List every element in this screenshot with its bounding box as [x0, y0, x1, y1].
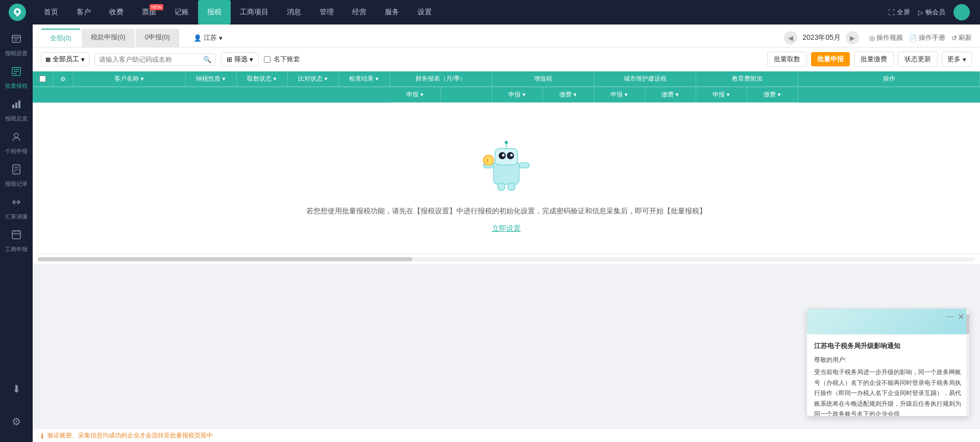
sidebar-item-tax-overview[interactable]: 报税总览 [0, 94, 33, 127]
filter-row: ▦ 全部员工 ▾ 🔍 ⊞ 筛选 ▾ 名下账套 批量取数 批量申报 批量缴费 状态… [33, 47, 980, 71]
more-button[interactable]: 更多 ▾ [942, 52, 972, 67]
search-icon[interactable]: 🔍 [203, 56, 211, 63]
nav-service[interactable]: 服务 [376, 0, 408, 24]
svg-rect-17 [12, 231, 20, 239]
nav-message[interactable]: 消息 [278, 0, 310, 24]
nav-tax[interactable]: 报税 [198, 0, 231, 24]
nav-right-items: ⛶ 全屏 ▷ 畅会员 [888, 4, 970, 20]
th-spacer2 [53, 87, 74, 103]
nav-operation[interactable]: 经营 [343, 0, 376, 24]
action-video[interactable]: ◎ 操作视频 [869, 33, 903, 42]
sidebar-config[interactable]: ⚙ [0, 405, 33, 438]
filter-icon[interactable]: ▼ [522, 92, 527, 97]
new-badge: NEW [150, 4, 163, 10]
tax-overview-icon [11, 99, 22, 113]
filter-icon[interactable]: ▼ [777, 92, 782, 97]
bottom-info-bar: ℹ 验证账密、采集信息均成功的企业才会流转至批量报税页面中 [33, 429, 980, 442]
notice-scrollbar[interactable] [966, 309, 969, 416]
th-edu-declare: 申报▼ [696, 87, 747, 103]
member-icon: ▷ [918, 9, 923, 16]
nav-manage[interactable]: 管理 [310, 0, 343, 24]
sidebar-item-tax-settings[interactable]: 报税设置 [0, 29, 33, 61]
nav-fee[interactable]: 收费 [100, 0, 133, 24]
employee-select[interactable]: ▦ 全部员工 ▾ [41, 52, 89, 66]
nav-settings[interactable]: 设置 [408, 0, 441, 24]
th-vat: 增值税 [492, 71, 594, 87]
employee-arrow-icon: ▾ [81, 56, 85, 63]
th-city-construction-tax: 城市维护建设税 [594, 71, 696, 87]
accountset-checkbox-label[interactable]: 名下账套 [264, 55, 300, 64]
nav-invoice[interactable]: 票据 NEW [133, 0, 165, 24]
sidebar-item-batch-tax[interactable]: 批量报税 [0, 61, 33, 94]
filter-icon[interactable]: ▼ [222, 76, 227, 82]
search-input[interactable] [99, 56, 201, 63]
date-prev-button[interactable]: ◀ [784, 31, 797, 44]
th-spacer6 [288, 87, 339, 103]
th-spacer4 [186, 87, 237, 103]
select-all-checkbox[interactable] [39, 76, 46, 82]
tab-zero-declaration[interactable]: 0申报(0) [136, 29, 179, 47]
filter-icon[interactable]: ▼ [273, 76, 278, 82]
reconciliation-icon [11, 197, 22, 211]
notice-minimize-button[interactable]: — [947, 312, 954, 320]
fullscreen-icon: ⛶ [888, 9, 895, 16]
th-vat-pay: 缴费▼ [543, 87, 594, 103]
th-settings[interactable]: ⚙ [53, 71, 74, 87]
notice-body: 江苏电子税务局升级影响通知 尊敬的用户: 受当前电子税务局进一步升级的影响，同一… [807, 334, 969, 416]
top-navigation: 首页 客户 收费 票据 NEW 记账 报税 工商项目 消息 管理 经营 服务 设… [0, 0, 980, 24]
svg-rect-20 [495, 149, 518, 165]
th-checkbox[interactable] [33, 71, 53, 87]
notice-close-button[interactable]: ✕ [958, 312, 964, 322]
filter-icon[interactable]: ▼ [675, 92, 680, 97]
annual-report-icon [11, 229, 22, 243]
member-btn[interactable]: ▷ 畅会员 [918, 8, 945, 17]
sidebar-item-annual-report[interactable]: 工商年报 [0, 225, 33, 257]
svg-point-12 [14, 133, 18, 137]
action-manual[interactable]: 📄 操作手册 [909, 33, 945, 42]
batch-pay-button[interactable]: 批量缴费 [854, 52, 894, 67]
sidebar-item-reconciliation[interactable]: 汇算清缴 [0, 192, 33, 225]
filter-icon[interactable]: ▼ [420, 92, 425, 97]
sidebar: 报税设置 批量报税 报税总览 个税 [0, 24, 33, 442]
nav-home[interactable]: 首页 [35, 0, 67, 24]
accountset-checkbox[interactable] [264, 56, 271, 63]
nav-customer[interactable]: 客户 [67, 0, 100, 24]
sidebar-item-label: 工商年报 [5, 245, 28, 253]
batch-declare-button[interactable]: 批量申报 [811, 52, 850, 66]
status-update-button[interactable]: 状态更新 [898, 52, 938, 67]
sidebar-item-label: 汇算清缴 [5, 213, 28, 220]
tab-all[interactable]: 全部(0) [41, 29, 81, 47]
th-compare-status: 比对状态▼ [288, 71, 339, 87]
filter-icon[interactable]: ▼ [324, 76, 329, 82]
th-spacer8 [798, 87, 980, 103]
horizontal-scroll-bar[interactable] [33, 254, 980, 264]
th-city-sub: 申报▼ 缴费▼ [594, 87, 696, 103]
date-next-button[interactable]: ▶ [846, 31, 859, 44]
filter-icon[interactable]: ▼ [573, 92, 578, 97]
th-tax-nature: 纳税性质▼ [186, 71, 237, 87]
download-icon: ⬇ [12, 383, 21, 395]
refresh-icon: ↺ [951, 34, 957, 42]
nav-business[interactable]: 工商项目 [231, 0, 278, 24]
sidebar-item-personal-tax[interactable]: 个税申报 [0, 127, 33, 159]
filter-arrow-icon: ▾ [250, 56, 253, 63]
region-selector[interactable]: 👤 江苏 ▾ [188, 29, 228, 47]
region-arrow-icon: ▾ [219, 34, 223, 42]
setup-link[interactable]: 立即设置 [492, 224, 521, 233]
fullscreen-btn[interactable]: ⛶ 全屏 [888, 8, 910, 17]
th-fetch-status: 取数状态▼ [237, 71, 288, 87]
filter-button[interactable]: ⊞ 筛选 ▾ [221, 52, 259, 66]
sidebar-item-tax-records[interactable]: 报税记录 [0, 159, 33, 192]
filter-icon[interactable]: ▼ [140, 76, 145, 82]
th-operation: 操作 [798, 71, 980, 87]
nav-bookkeeping[interactable]: 记账 [165, 0, 198, 24]
tab-tax-declaration[interactable]: 税款申报(0) [82, 29, 135, 47]
avatar[interactable] [953, 4, 970, 20]
filter-icon[interactable]: ▼ [624, 92, 629, 97]
sidebar-download[interactable]: ⬇ [0, 373, 33, 405]
logo[interactable] [5, 0, 30, 24]
action-refresh[interactable]: ↺ 刷新 [951, 33, 972, 42]
filter-icon[interactable]: ▼ [726, 92, 731, 97]
batch-fetch-button[interactable]: 批量取数 [767, 52, 807, 67]
filter-icon[interactable]: ▼ [375, 76, 380, 82]
